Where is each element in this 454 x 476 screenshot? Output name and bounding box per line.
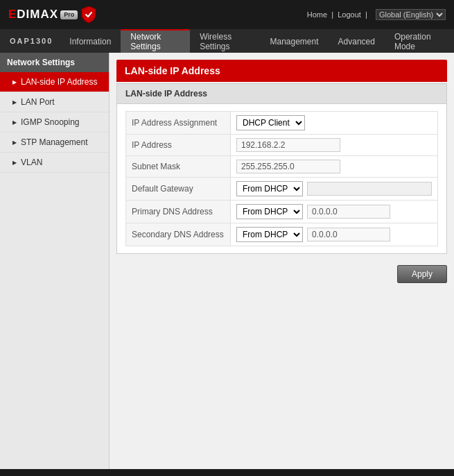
- pro-badge: Pro: [60, 10, 78, 19]
- language-select[interactable]: Global (English): [376, 9, 446, 20]
- header-links: Home | Logout | Global (English): [307, 9, 446, 20]
- table-row: Secondary DNS Address From DHCP Manual: [126, 223, 438, 246]
- sidebar-title: Network Settings: [0, 53, 109, 72]
- primary-dns-input[interactable]: [307, 205, 390, 219]
- field-label-ip-assignment: IP Address Assignment: [126, 112, 231, 135]
- sidebar-item-stp[interactable]: STP Management: [0, 133, 109, 153]
- ip-assignment-select[interactable]: DHCP Client Static IP: [236, 115, 305, 130]
- field-value-secondary-dns: From DHCP Manual: [231, 223, 438, 246]
- secondary-dns-select[interactable]: From DHCP Manual: [236, 227, 303, 242]
- nav-item-operation-mode[interactable]: Operation Mode: [385, 29, 451, 53]
- field-value-subnet: [231, 156, 438, 178]
- home-link[interactable]: Home: [307, 10, 327, 19]
- subnet-mask-input[interactable]: [236, 160, 340, 173]
- table-row: Subnet Mask: [126, 156, 438, 178]
- table-row: Primary DNS Address From DHCP Manual: [126, 201, 438, 223]
- sidebar-item-igmp[interactable]: IGMP Snooping: [0, 112, 109, 133]
- gateway-group: From DHCP Manual: [236, 181, 432, 196]
- nav-item-management[interactable]: Management: [260, 29, 328, 53]
- shield-icon: [81, 6, 96, 24]
- table-row: IP Address Assignment DHCP Client Static…: [126, 112, 438, 135]
- page-header: LAN-side IP Address: [116, 60, 447, 82]
- logo-text: EDIMAX: [8, 8, 58, 22]
- primary-dns-group: From DHCP Manual: [236, 204, 432, 219]
- nav-items: Information Network Settings Wireless Se…: [60, 29, 451, 53]
- gateway-input[interactable]: [307, 182, 432, 196]
- navbar: OAP1300 Information Network Settings Wir…: [0, 29, 454, 53]
- ip-address-input[interactable]: [236, 138, 340, 152]
- nav-item-wireless-settings[interactable]: Wireless Settings: [190, 29, 260, 53]
- table-row: Default Gateway From DHCP Manual: [126, 178, 438, 201]
- device-label: OAP1300: [3, 37, 60, 45]
- field-label-primary-dns: Primary DNS Address: [126, 201, 231, 223]
- main-layout: Network Settings LAN-side IP Address LAN…: [0, 53, 454, 469]
- card-body: IP Address Assignment DHCP Client Static…: [117, 104, 446, 253]
- field-label-secondary-dns: Secondary DNS Address: [126, 223, 231, 246]
- apply-area: Apply: [116, 261, 447, 287]
- logo: EDIMAX Pro: [8, 6, 96, 24]
- field-value-primary-dns: From DHCP Manual: [231, 201, 438, 223]
- field-label-subnet: Subnet Mask: [126, 156, 231, 178]
- sidebar-item-lan-side-ip[interactable]: LAN-side IP Address: [0, 72, 109, 92]
- nav-item-information[interactable]: Information: [60, 29, 121, 53]
- sidebar-item-vlan[interactable]: VLAN: [0, 153, 109, 173]
- secondary-dns-group: From DHCP Manual: [236, 227, 432, 242]
- field-value-ip-address: [231, 135, 438, 156]
- primary-dns-select[interactable]: From DHCP Manual: [236, 204, 303, 219]
- field-value-gateway: From DHCP Manual: [231, 178, 438, 201]
- form-table: IP Address Assignment DHCP Client Static…: [125, 111, 438, 246]
- nav-item-advanced[interactable]: Advanced: [329, 29, 385, 53]
- gateway-select[interactable]: From DHCP Manual: [236, 181, 303, 196]
- sidebar-item-lan-port[interactable]: LAN Port: [0, 92, 109, 112]
- card-header: LAN-side IP Address: [117, 84, 446, 104]
- field-label-gateway: Default Gateway: [126, 178, 231, 201]
- logout-link[interactable]: Logout: [338, 10, 361, 19]
- nav-item-network-settings[interactable]: Network Settings: [121, 29, 190, 53]
- card: LAN-side IP Address IP Address Assignmen…: [116, 83, 447, 254]
- table-row: IP Address: [126, 135, 438, 156]
- header: EDIMAX Pro Home | Logout | Global (Engli…: [0, 0, 454, 29]
- apply-button[interactable]: Apply: [397, 265, 447, 283]
- field-label-ip-address: IP Address: [126, 135, 231, 156]
- footer: Copyright 2017 © EDIMAX Technology Co., …: [0, 469, 454, 476]
- sidebar: Network Settings LAN-side IP Address LAN…: [0, 53, 110, 469]
- content-area: LAN-side IP Address LAN-side IP Address …: [110, 53, 454, 469]
- field-value-ip-assignment: DHCP Client Static IP: [231, 112, 438, 135]
- secondary-dns-input[interactable]: [307, 228, 390, 241]
